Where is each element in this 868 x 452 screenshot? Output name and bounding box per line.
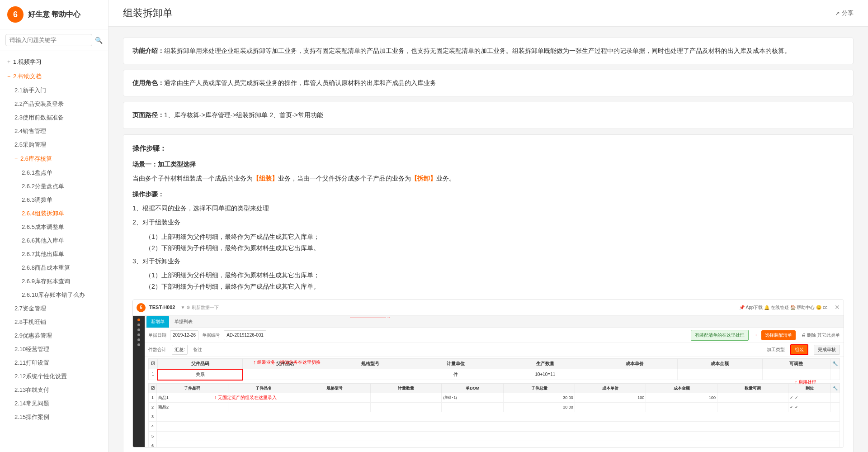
sidebar-item-2-6-6[interactable]: 2.6.6其他入库单 [0, 234, 108, 247]
step3: 3、对于拆卸业务 [132, 256, 844, 267]
brow1-total: 30.00 [504, 393, 575, 402]
app-body: 新增单 单据列表 单据日期 2019-12-26 单据编号 AD-2019122… [133, 316, 844, 447]
table-row: 1 关系 件 10+10=11 [149, 369, 840, 380]
bcol-cost-amt: 成本金额 [646, 383, 717, 393]
expand-icon-video: + [7, 59, 10, 65]
brow4-num: 4 [149, 422, 157, 431]
sidebar-item-2-6-7[interactable]: 2.6.7其他出库单 [0, 247, 108, 261]
cell-spec [328, 369, 413, 380]
tab-new[interactable]: 新增单 [146, 316, 169, 328]
toolbar-arrow: → [752, 330, 758, 340]
sidebar-item-2-10[interactable]: 2.10经营管理 [0, 343, 108, 356]
logo-icon: 6 [7, 6, 24, 23]
step3-sub2: （2）下部明细为子件明细，最终作为产成品生成其它入库单。 [145, 281, 844, 292]
search-icon[interactable]: 🔍 [95, 37, 103, 44]
annotation-arrow-up: ↑ [253, 358, 256, 368]
cell-num: 1 [149, 369, 158, 380]
step3-sub1: （1）上部明细为父件明细，最终作为原材料生成其它出库单； [145, 270, 844, 281]
sidebar-dot-active [137, 319, 140, 321]
table-top: ☑ 父件品码 父件品名 规格型号 计量单位 生产数量 成本单价 成本金额 [148, 358, 840, 381]
screenshot-inner: 6 TEST-H002 ▼ ⚙ 刷新数据一下 📌 App下载 🔔 在线答疑 🏠 … [133, 300, 844, 447]
sidebar-item-2-6-1[interactable]: 2.6.1盘点单 [0, 166, 108, 180]
toolbar-date-label: 单据日期 [148, 331, 166, 339]
content-area: 功能介绍：组装拆卸单用来处理企业组装或拆卸等加工业务，支持有固定装配清单的产品加… [108, 27, 868, 452]
col-adj: 可调整 [762, 358, 830, 369]
toolbar-date-value[interactable]: 2019-12-26 [170, 330, 198, 340]
brow2-act [831, 403, 840, 412]
form-value-remark[interactable] [208, 349, 761, 350]
role-text: 使用角色：通常由生产人员或库管人员完成拆装业务的操作，库管人员确认原材料的出库和… [132, 77, 844, 89]
sidebar-item-2-4[interactable]: 2.4销售管理 [0, 124, 108, 138]
nav-tree: + 1.视频学习 − 2.帮助文档 2.1新手入门 2.2产品安装及登录 2.3… [0, 51, 108, 452]
role-card: 使用角色：通常由生产人员或库管人员完成拆装业务的操作，库管人员确认原材料的出库和… [123, 70, 854, 96]
col-qty: 生产数量 [498, 358, 592, 369]
search-input[interactable] [5, 34, 92, 46]
brow2-adj [717, 403, 788, 412]
ops-card: 操作步骤： 场景一：加工类型选择 当由多个子件材料组装成一个成品的业务为【组装】… [123, 134, 854, 452]
intro-card: 功能介绍：组装拆卸单用来处理企业组装或拆卸等加工业务，支持有固定装配清单的产品加… [123, 38, 854, 64]
bcol-spec: 规格型号 [299, 383, 371, 393]
sidebar-item-2-11[interactable]: 2.11打印设置 [0, 356, 108, 370]
toolbar-id-label: 单据编号 [202, 331, 220, 339]
ops-title: 操作步骤： [132, 142, 844, 154]
sidebar-item-2-3[interactable]: 2.3使用前数据准备 [0, 111, 108, 124]
sidebar-item-video[interactable]: + 1.视频学习 [0, 55, 108, 69]
step1: 1、根据不同的业务，选择不同单据的类型来处理 [132, 203, 844, 214]
app-form-row: 件数合计 汇总: 备注 加工类型 组装 完成审核 [145, 343, 844, 357]
col-check: ☑ [149, 358, 158, 369]
sidebar-item-2-15[interactable]: 2.15操作案例 [0, 410, 108, 424]
bcol-child-code: 子件品码 [157, 383, 228, 393]
sidebar-item-2-1[interactable]: 2.1新手入门 [0, 84, 108, 97]
app-close-icon[interactable]: ✕ [835, 302, 840, 313]
brow1-cprice: 100 [575, 393, 646, 402]
form-confirm-btn[interactable]: 完成审核 [814, 345, 840, 355]
sidebar-item-2-6-3[interactable]: 2.6.3调拨单 [0, 193, 108, 207]
sidebar-item-2-6[interactable]: − 2.6库存核算 [0, 152, 108, 166]
toolbar-id-value[interactable]: AD-20191226-001 [224, 330, 266, 340]
intro-body: 组装拆卸单用来处理企业组装或拆卸等加工业务，支持有固定装配清单的产品加工业务，也… [164, 47, 791, 54]
table-row: 4 [149, 422, 840, 431]
sidebar-item-2-6-9[interactable]: 2.6.9库存账本查询 [0, 275, 108, 288]
tab-list[interactable]: 单据列表 [170, 316, 197, 328]
col-spec: 规格型号 [328, 358, 413, 369]
table-row: 1 商品1 (单价×1) 30.00 100 [149, 393, 840, 402]
brow2-arrive: ✓ ✓ [788, 403, 831, 412]
sidebar-item-2-14[interactable]: 2.14常见问题 [0, 397, 108, 410]
brow2-cprice [575, 403, 646, 412]
expand-icon-docs: − [7, 73, 10, 80]
share-button[interactable]: ↗ 分享 [835, 9, 854, 17]
sidebar-item-2-2[interactable]: 2.2产品安装及登录 [0, 97, 108, 111]
path-card: 页面路径：1、库存核算->库存管理->组装拆卸单 2、首页->常用功能 [123, 102, 854, 128]
sidebar-item-2-6-2[interactable]: 2.6.2分量盘点单 [0, 180, 108, 193]
steps-title: 操作步骤： [132, 189, 844, 200]
sidebar-item-2-6-8[interactable]: 2.6.8商品成本重算 [0, 261, 108, 275]
table-bottom-body: 1 商品1 (单价×1) 30.00 100 [149, 393, 840, 447]
sidebar-item-2-6-4[interactable]: 2.6.4组装拆卸单 [0, 207, 108, 220]
sidebar-item-2-12[interactable]: 2.12系统个性化设置 [0, 370, 108, 383]
app-icons: 📌 App下载 🔔 在线答疑 🏠 帮助中心 😊 cc [739, 304, 827, 312]
bcol-act: 🔧 [831, 383, 840, 393]
bcol-meas-qty: 计量数量 [370, 383, 442, 393]
form-type-value[interactable]: 组装 [790, 344, 808, 355]
sidebar-item-2-6-5[interactable]: 2.6.5成本调整单 [0, 220, 108, 234]
app-table-bottom: ☑ 子件品码 子件品名 规格型号 计量数量 单BOM 子件总量 成本单价 [145, 382, 844, 447]
sidebar-item-2-6-10[interactable]: 2.6.10库存账本错了么办 [0, 288, 108, 302]
sidebar-item-docs[interactable]: − 2.帮助文档 [0, 69, 108, 84]
sidebar-item-2-8[interactable]: 2.8手机旺铺 [0, 315, 108, 329]
toolbar-badge: 有装配清单的在这里处理 [691, 330, 749, 341]
bcol-bom: 单BOM [442, 383, 504, 393]
logo-area: 6 好生意 帮助中心 [0, 0, 108, 29]
sidebar-item-2-13[interactable]: 2.13在线支付 [0, 383, 108, 397]
app-header-logo: 6 [137, 303, 146, 312]
cell-parent-name [243, 369, 328, 380]
sidebar-item-2-7[interactable]: 2.7资金管理 [0, 302, 108, 315]
form-value-count[interactable]: 汇总: [172, 345, 188, 355]
toolbar-action-btn[interactable]: 选择装配清单 [761, 330, 796, 340]
scene-desc: 当由多个子件材料组装成一个成品的业务为【组装】业务，当由一个父件拆分成多个子产品… [132, 173, 844, 184]
toolbar-extra: 🖨 删除 其它此类单 [801, 331, 840, 339]
sidebar-item-2-9[interactable]: 2.9优惠券管理 [0, 329, 108, 343]
brow1-camt: 100 [646, 393, 717, 402]
sidebar-item-2-5[interactable]: 2.5采购管理 [0, 138, 108, 152]
brow2-name [228, 403, 299, 412]
step2-sub1: （1）上部明细为父件明细，最终作为产成品生成其它入库单； [145, 231, 844, 243]
